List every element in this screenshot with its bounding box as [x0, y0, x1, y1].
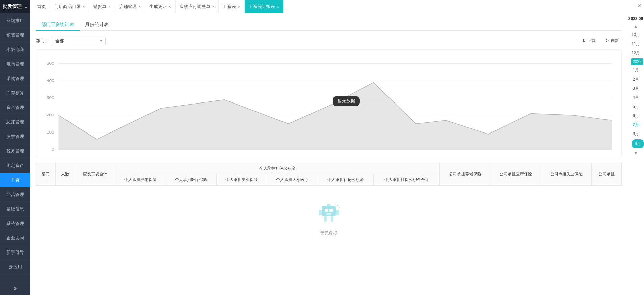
- tab-close-payroll-report[interactable]: ×: [277, 5, 279, 9]
- tab-payroll-report[interactable]: 工资统计报表×: [245, 0, 284, 13]
- page-content: 部门工资统计表月份统计表 部门： 全部 ▼ ⬇ 下载: [30, 13, 627, 295]
- download-button[interactable]: ⬇ 下载: [579, 36, 598, 45]
- date-month-5[interactable]: 5月: [630, 102, 642, 111]
- date-month-1[interactable]: 1月: [630, 66, 642, 75]
- sidebar-item-assets[interactable]: 固定资产: [0, 158, 30, 173]
- tab-payroll-tab[interactable]: 工资表×: [219, 0, 244, 13]
- sidebar-item-operations[interactable]: 经营管理: [0, 187, 30, 202]
- date-month-2[interactable]: 2月: [630, 75, 642, 84]
- date-month-3[interactable]: 3月: [630, 84, 642, 93]
- tab-store-catalog[interactable]: 门店商品目录×: [50, 0, 89, 13]
- sub-tab-month-stats[interactable]: 月份统计表: [80, 19, 114, 31]
- date-month-10[interactable]: 10月: [630, 30, 642, 39]
- svg-text:0: 0: [52, 147, 54, 151]
- empty-state: 暂无数据: [36, 186, 622, 250]
- sidebar-item-finance[interactable]: 资金管理: [0, 100, 30, 115]
- sidebar-item-enterprise[interactable]: 企业协同: [0, 231, 30, 245]
- svg-rect-20: [324, 216, 327, 222]
- dept-select-wrapper[interactable]: 全部 ▼: [52, 37, 106, 45]
- chart-svg: 0 100 200 300 400 500: [42, 55, 616, 151]
- svg-rect-14: [325, 209, 328, 212]
- sidebar-item-guide[interactable]: 新手引导: [0, 245, 30, 260]
- main-area: 首页门店商品目录×销货单×店铺管理×生成凭证×应收应付调整单×工资表×工资统计报…: [30, 0, 644, 295]
- col-personal-housing: 个人承担住房公积金: [318, 174, 373, 186]
- svg-marker-12: [58, 83, 612, 150]
- tab-home[interactable]: 首页: [33, 0, 50, 13]
- col-company-medical: 公司承担医疗保险: [490, 163, 541, 186]
- col-personal-medical: 个人承担医疗保险: [166, 174, 216, 186]
- toolbar-right: ⬇ 下载 ↻ 刷新: [579, 36, 622, 45]
- date-panel-year: 2022.09: [628, 16, 643, 21]
- date-nav-down[interactable]: ▼: [627, 149, 644, 157]
- sidebar-item-sales[interactable]: 销售管理: [0, 28, 30, 42]
- sidebar-item-payroll[interactable]: 工资: [0, 173, 30, 187]
- toolbar: 部门： 全部 ▼ ⬇ 下载 ↻ 刷新: [36, 36, 622, 45]
- svg-text:400: 400: [47, 79, 54, 83]
- download-label: 下载: [587, 38, 596, 44]
- tab-close-sales-order[interactable]: ×: [108, 5, 110, 9]
- date-month-4[interactable]: 4月: [630, 93, 642, 102]
- tab-close-store-catalog[interactable]: ×: [83, 5, 85, 9]
- dept-select[interactable]: 全部: [52, 37, 106, 45]
- date-month-7[interactable]: 7月: [630, 120, 642, 129]
- sidebar-item-ecommerce[interactable]: 电商管理: [0, 57, 30, 71]
- sidebar-item-basics[interactable]: 基础信息: [0, 202, 30, 216]
- svg-rect-16: [326, 213, 331, 215]
- dept-label: 部门：: [36, 38, 49, 44]
- date-month-12[interactable]: 12月: [630, 49, 642, 58]
- tab-ar-ap[interactable]: 应收应付调整单×: [176, 0, 219, 13]
- svg-rect-17: [327, 204, 330, 207]
- tab-close-store-mgmt[interactable]: ×: [139, 5, 141, 9]
- data-table: 部门 人数 应发工资合计 个人承担社保公积金 公司承担养老保险 公司承担医疗保险…: [36, 163, 622, 186]
- tab-sales-order[interactable]: 销货单×: [89, 0, 115, 13]
- col-dept: 部门: [36, 163, 56, 186]
- tab-close-ar-ap[interactable]: ×: [212, 5, 214, 9]
- date-nav-up[interactable]: ▲: [627, 22, 644, 30]
- svg-rect-15: [329, 209, 333, 212]
- date-month-11[interactable]: 11月: [630, 39, 642, 49]
- sidebar-item-purchase[interactable]: 采购管理: [0, 71, 30, 86]
- sub-tab-dept-stats[interactable]: 部门工资统计表: [36, 19, 80, 31]
- sidebar-item-tax[interactable]: 税务管理: [0, 144, 30, 158]
- sidebar-title: 批发管理 ▲: [0, 0, 30, 13]
- sidebar-app-title: 批发管理: [3, 4, 22, 10]
- sidebar-item-system[interactable]: 系统管理: [0, 216, 30, 231]
- svg-text:200: 200: [47, 113, 54, 117]
- date-month-2022[interactable]: 2022: [631, 58, 643, 65]
- date-month-6[interactable]: 6月: [630, 111, 642, 120]
- col-count: 人数: [55, 163, 75, 186]
- col-company-pension: 公司承担养老保险: [440, 163, 490, 186]
- svg-text:500: 500: [47, 61, 54, 65]
- chart-area: 0 100 200 300 400 500: [36, 49, 622, 157]
- sidebar-item-apps[interactable]: 云应用: [0, 260, 30, 274]
- col-total-salary: 应发工资合计: [75, 163, 115, 186]
- tab-voucher[interactable]: 生成凭证×: [145, 0, 175, 13]
- refresh-button[interactable]: ↻ 刷新: [602, 36, 622, 45]
- date-month-8[interactable]: 8月: [630, 129, 642, 139]
- sidebar-item-inventory[interactable]: 库存核算: [0, 86, 30, 100]
- svg-rect-21: [331, 216, 333, 222]
- top-tabs-bar: 首页门店商品目录×销货单×店铺管理×生成凭证×应收应付调整单×工资表×工资统计报…: [30, 0, 644, 13]
- date-panel: 2022.09 ▲ 10月11月12月20221月2月3月4月5月6月7月8月9…: [627, 13, 644, 295]
- sidebar-gear-icon[interactable]: ⚙: [0, 282, 30, 295]
- window-close-button[interactable]: ✕: [637, 3, 641, 9]
- tab-close-voucher[interactable]: ×: [169, 5, 171, 9]
- col-company-more: 公司承担: [592, 163, 622, 186]
- svg-text:300: 300: [47, 96, 54, 100]
- svg-point-22: [337, 205, 338, 206]
- toolbar-left: 部门： 全部 ▼: [36, 37, 106, 45]
- svg-point-23: [339, 207, 340, 208]
- sidebar-item-ecommerce-small[interactable]: 小畅电商: [0, 42, 30, 57]
- empty-text: 暂无数据: [320, 230, 338, 236]
- sidebar-item-ledger[interactable]: 总账管理: [0, 115, 30, 129]
- content-area: 部门工资统计表月份统计表 部门： 全部 ▼ ⬇ 下载: [30, 13, 644, 295]
- col-company-unemployment: 公司承担失业保险: [541, 163, 592, 186]
- sub-tabs: 部门工资统计表月份统计表: [36, 19, 622, 31]
- svg-text:100: 100: [47, 130, 54, 134]
- sidebar-item-marketing[interactable]: 营销推广: [0, 13, 30, 28]
- svg-point-24: [335, 203, 336, 204]
- tab-store-mgmt[interactable]: 店铺管理×: [115, 0, 145, 13]
- date-month-9[interactable]: 9月: [632, 139, 644, 148]
- sidebar-item-invoice[interactable]: 发票管理: [0, 129, 30, 144]
- tab-close-payroll-tab[interactable]: ×: [238, 5, 240, 9]
